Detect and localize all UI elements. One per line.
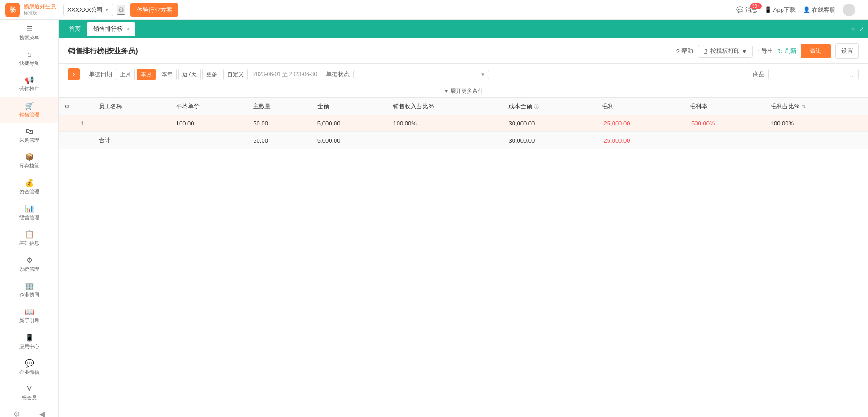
app-download-label: App下载	[773, 6, 796, 14]
row-rank: 1	[75, 115, 93, 132]
maximize-icon[interactable]: ⤢	[859, 25, 864, 33]
sidebar-icon-marketing: 📢	[25, 76, 34, 84]
company-dropdown-arrow: ▼	[105, 7, 109, 12]
sidebar-icon-finance: 💰	[25, 178, 34, 187]
company-settings-button[interactable]: ⚙	[117, 5, 125, 15]
footer-avg-price	[171, 132, 248, 149]
cost-help-icon[interactable]: ⓘ	[534, 103, 539, 110]
footer-amount: 5,000.00	[312, 132, 388, 149]
refresh-label: 刷新	[785, 47, 796, 55]
sidebar-item-member[interactable]: V 畅会员	[0, 380, 58, 406]
page-header: 销售排行榜(按业务员) ? 帮助 🖨 按模板打印 ▼	[59, 38, 868, 64]
col-header-employee: 员工名称	[93, 98, 171, 115]
sidebar-settings-icon[interactable]: ⚙	[14, 410, 20, 417]
table-container: ⚙ 员工名称 平均单价 主数量 全额 销售收入占比% 成本全额 ⓘ 毛	[59, 98, 868, 417]
date-btn-this-year[interactable]: 本年	[158, 69, 177, 80]
sidebar-item-system[interactable]: ⚙ 系统管理	[0, 251, 58, 277]
tab-close-icon[interactable]: ×	[126, 26, 129, 32]
tab-sales-label: 销售排行榜	[93, 25, 123, 33]
row-gross-rate: -500.00%	[684, 115, 765, 132]
date-btn-more[interactable]: 更多	[202, 69, 221, 80]
export-button[interactable]: ↑ 导出	[757, 47, 774, 55]
sidebar-icon-purchase: 🛍	[26, 127, 33, 135]
page-title: 销售排行榜(按业务员)	[68, 47, 138, 56]
date-btn-custom[interactable]: 自定义	[223, 69, 248, 80]
sidebar-item-operations[interactable]: 📊 经营管理	[0, 200, 58, 225]
sidebar-label-purchase: 采购管理	[19, 137, 39, 144]
col-header-cost: 成本全额 ⓘ	[503, 98, 596, 115]
col-header-avg-price: 平均单价	[171, 98, 248, 115]
sidebar-item-enterprise[interactable]: 🏢 企业协同	[0, 277, 58, 303]
sidebar-item-wechat[interactable]: 💬 企业微信	[0, 355, 58, 380]
sidebar-label-finance: 资金管理	[19, 188, 39, 195]
company-selector[interactable]: XXXXXX公司 ▼	[63, 4, 113, 16]
close-window-icon[interactable]: ×	[852, 25, 855, 33]
experience-btn[interactable]: 体验行业方案	[130, 3, 178, 17]
sidebar-icon-member: V	[27, 385, 32, 393]
sidebar-item-sales[interactable]: 🛒 销售管理	[0, 97, 58, 123]
row-employee	[93, 115, 171, 132]
tab-home[interactable]: 首页	[62, 22, 87, 36]
logo-area: 畅 畅康通好生意 标准版	[5, 3, 56, 17]
sidebar-label-app-center: 应用中心	[19, 343, 39, 350]
footer-sales-ratio	[388, 132, 503, 149]
date-btn-last-month[interactable]: 上月	[116, 69, 135, 80]
sidebar-item-marketing[interactable]: 📢 营销推广	[0, 71, 58, 97]
sidebar: ☰ 搜索菜单 ⌂ 快捷导航 📢 营销推广 🛒 销售管理 🛍 采购管理 📦 库存核…	[0, 20, 59, 417]
sidebar-label-guide: 新手引导	[19, 317, 39, 324]
home-tab-label: 首页	[69, 25, 81, 33]
date-btn-this-month[interactable]: 本月	[137, 69, 156, 80]
expand-conditions-row[interactable]: ▼ 展开更多条件	[59, 85, 868, 97]
col-header-sales-ratio: 销售收入占比%	[388, 98, 503, 115]
footer-gross-ratio	[765, 132, 868, 149]
print-dropdown-arrow: ▼	[742, 48, 748, 55]
sidebar-label-system: 系统管理	[19, 266, 39, 273]
sidebar-label-operations: 经营管理	[19, 214, 39, 221]
sidebar-collapse-icon[interactable]: ◀	[39, 410, 45, 417]
row-sales-ratio: 100.00%	[388, 115, 503, 132]
sidebar-item-quick-nav[interactable]: ⌂ 快捷导航	[0, 46, 58, 71]
sidebar-item-finance[interactable]: 💰 资金管理	[0, 174, 58, 200]
status-select[interactable]: ▼	[353, 70, 489, 79]
print-icon: 🖨	[703, 48, 709, 55]
row-avg-price: 100.00	[171, 115, 248, 132]
content-area: 首页 销售排行榜 × × ⤢ 销售排行榜(按业务员)	[59, 20, 868, 417]
help-button[interactable]: ? 帮助	[676, 47, 693, 55]
sidebar-item-basic-info[interactable]: 📋 基础信息	[0, 225, 58, 251]
export-label: 导出	[762, 47, 773, 55]
filter-toggle-btn[interactable]: ›	[68, 68, 80, 80]
settings-button[interactable]: 设置	[835, 43, 859, 59]
refresh-button[interactable]: ↻ 刷新	[778, 47, 796, 55]
filter-main-row: › 单据日期 上月 本月 本年 近7天 更多 自定义	[59, 64, 868, 85]
gross-ratio-sort-icon[interactable]: ⇅	[802, 104, 806, 109]
sidebar-item-app-center[interactable]: 📱 应用中心	[0, 329, 58, 355]
footer-gross-rate	[684, 132, 765, 149]
tab-sales-ranking[interactable]: 销售排行榜 ×	[87, 22, 135, 36]
user-avatar[interactable]	[843, 4, 855, 16]
col-header-gross-rate: 毛利率	[684, 98, 765, 115]
col-header-settings[interactable]: ⚙	[59, 98, 75, 115]
sidebar-item-purchase[interactable]: 🛍 采购管理	[0, 123, 58, 148]
logo-subtitle: 标准版	[24, 10, 56, 16]
sidebar-icon-wechat: 💬	[25, 359, 34, 368]
tab-bar: 首页 销售排行榜 × × ⤢	[59, 20, 868, 38]
sidebar-item-inventory[interactable]: 📦 库存核算	[0, 148, 58, 174]
footer-gross: -25,000.00	[596, 132, 684, 149]
footer-main-qty: 50.00	[248, 132, 312, 149]
print-button[interactable]: 🖨 按模板打印 ▼	[698, 45, 753, 58]
date-btn-7days[interactable]: 近7天	[178, 69, 201, 80]
app-download-button[interactable]: 📱 App下载	[764, 6, 796, 14]
sidebar-item-guide[interactable]: 📖 新手引导	[0, 303, 58, 329]
expand-conditions-label: 展开更多条件	[451, 87, 483, 95]
logo-main-text: 畅康通好生意	[24, 3, 56, 10]
online-service-button[interactable]: 👤 在线客服	[803, 6, 835, 14]
sidebar-icon-guide: 📖	[25, 307, 34, 316]
sidebar-label-member: 畅会员	[22, 394, 37, 401]
notification-icon: 💬	[736, 6, 743, 13]
query-button[interactable]: 查询	[801, 44, 831, 58]
col-header-rank	[75, 98, 93, 115]
sidebar-label-enterprise: 企业协同	[19, 292, 39, 298]
goods-input[interactable]: ...	[768, 69, 859, 80]
sidebar-item-search-orders[interactable]: ☰ 搜索菜单	[0, 20, 58, 46]
notification-button[interactable]: 💬 消息 99+	[736, 6, 757, 14]
